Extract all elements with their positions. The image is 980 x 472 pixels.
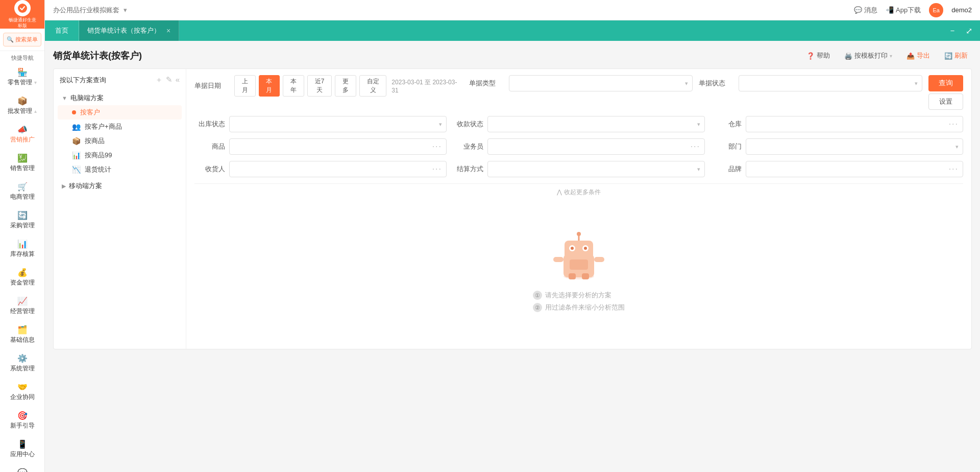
sidebar-item-finance[interactable]: 💰 资金管理 [0, 264, 44, 291]
date-btn-more[interactable]: 更多 [335, 75, 356, 97]
breadcrumb-dropdown[interactable]: ▾ [124, 6, 127, 14]
finance-label: 资金管理 [10, 279, 35, 286]
collapse-panel-button[interactable]: « [176, 75, 180, 85]
goods-field[interactable]: ··· [229, 138, 447, 155]
page-title: 销货单统计表(按客户) [53, 50, 142, 62]
bill-type-arrow: ▾ [685, 80, 688, 87]
retail-arrow: ▾ [34, 80, 37, 85]
sidebar-item-wholesale[interactable]: 📦 批发管理 ▴ [0, 92, 44, 120]
warehouse-dots: ··· [949, 120, 959, 129]
date-btn-custom[interactable]: 自定义 [359, 75, 386, 97]
sidebar-item-operation[interactable]: 📈 经营管理 [0, 292, 44, 320]
left-panel: 按以下方案查询 ＋ ✎ « ▼ [54, 69, 186, 349]
scheme-item-3[interactable]: 📊 按商品99 [58, 148, 182, 162]
print-arrow: ▾ [890, 53, 892, 59]
date-btn-this-year[interactable]: 本年 [283, 75, 304, 97]
brand-field[interactable]: ··· [746, 161, 963, 177]
tab-bar: 首页 销货单统计表（按客户） × － ⤢ [45, 20, 980, 41]
tab-home[interactable]: 首页 [45, 20, 79, 41]
collapse-bar[interactable]: ⋀ 收起更多条件 [194, 183, 963, 201]
tab-close-button[interactable]: × [166, 27, 170, 35]
svg-point-0 [18, 4, 27, 13]
collapse-label: 收起更多条件 [564, 188, 601, 196]
scheme-item-0[interactable]: 按客户 [58, 105, 182, 120]
refresh-button[interactable]: 🔄 刷新 [940, 49, 972, 62]
date-btn-last-month[interactable]: 上月 [234, 75, 256, 97]
print-button[interactable]: 🖨️ 按模板打印 ▾ [840, 49, 896, 62]
tab-minimize-button[interactable]: － [945, 23, 960, 38]
sidebar-item-basic[interactable]: 🗂️ 基础信息 [0, 321, 44, 348]
tab-maximize-button[interactable]: ⤢ [962, 23, 976, 38]
wholesale-label: 批发管理 [8, 107, 32, 114]
settle-label: 结算方式 [453, 164, 483, 174]
search-menu-button[interactable]: 🔍 搜索菜单 [3, 33, 41, 46]
sidebar-logo[interactable]: 畅捷通好生意 标版 [0, 0, 45, 29]
sidebar-item-inventory[interactable]: 📊 库存核算 [0, 235, 44, 263]
sidebar-item-marketing[interactable]: 📣 营销推广 [0, 121, 44, 148]
filter-row-3: 商品 ··· 业务员 ··· [194, 138, 963, 155]
page-content: 销货单统计表(按客户) ❓ 帮助 🖨️ 按模板打印 ▾ 📤 导出 [45, 41, 980, 472]
scheme-item-1[interactable]: 👥 按客户+商品 [58, 120, 182, 134]
date-btn-this-month[interactable]: 本月 [259, 75, 280, 97]
scheme-group-desktop-header[interactable]: ▼ 电脑端方案 [58, 91, 182, 105]
out-status-field[interactable]: ▾ [229, 116, 447, 132]
desktop-group-label: 电脑端方案 [70, 93, 104, 103]
user-name[interactable]: demo2 [951, 6, 972, 14]
hint-item-1: ① 请先选择要分析的方案 [533, 291, 625, 300]
sidebar-item-sales[interactable]: 💹 销售管理 [0, 149, 44, 177]
scheme-item-4[interactable]: 📉 退货统计 [58, 162, 182, 177]
brand-dots: ··· [949, 164, 959, 174]
avatar[interactable]: Ea [929, 3, 943, 17]
settle-field[interactable]: ▾ [487, 161, 705, 177]
sidebar-item-wechat[interactable]: 💬 企业微信 [0, 464, 44, 472]
filter-receiver: 收货人 ··· [194, 161, 447, 177]
warehouse-label: 仓库 [711, 120, 742, 129]
scheme-item-label-1: 按客户+商品 [85, 122, 122, 131]
receive-status-field[interactable]: ▾ [487, 116, 705, 132]
tab-active-label: 销货单统计表（按客户） [87, 26, 160, 35]
appcenter-label: 应用中心 [10, 451, 35, 458]
app-download-button[interactable]: 📲 App下载 [886, 6, 921, 15]
sidebar-item-retail[interactable]: 🏪 零售管理 ▾ [0, 63, 44, 91]
add-scheme-button[interactable]: ＋ [155, 75, 163, 85]
date-btn-7days[interactable]: 近7天 [307, 75, 332, 97]
bill-type-field[interactable]: ▾ [509, 75, 693, 91]
scheme-item-2[interactable]: 📦 按商品 [58, 134, 182, 148]
sidebar-item-enterprise[interactable]: 🤝 企业协同 [0, 378, 44, 406]
sidebar-item-ecommerce[interactable]: 🛒 电商管理 [0, 178, 44, 205]
message-label: 消息 [864, 6, 877, 15]
page-header: 销货单统计表(按客户) ❓ 帮助 🖨️ 按模板打印 ▾ 📤 导出 [53, 49, 972, 62]
dept-field[interactable]: ▾ [746, 138, 963, 155]
edit-scheme-button[interactable]: ✎ [166, 75, 173, 85]
sidebar-item-appcenter[interactable]: 📱 应用中心 [0, 435, 44, 463]
sidebar-item-newguide[interactable]: 🎯 新手引导 [0, 407, 44, 434]
export-button[interactable]: 📤 导出 [902, 49, 934, 62]
header-right: 💬 消息 📲 App下载 Ea demo2 [854, 3, 972, 17]
svg-rect-5 [565, 241, 593, 259]
filter-settle: 结算方式 ▾ [453, 161, 705, 177]
help-button[interactable]: ❓ 帮助 [802, 49, 834, 62]
filter-dept: 部门 ▾ [711, 138, 963, 155]
staff-field[interactable]: ··· [487, 138, 705, 155]
staff-dots: ··· [691, 142, 700, 151]
help-icon: ❓ [806, 52, 815, 60]
sidebar-item-purchase[interactable]: 🔄 采购管理 [0, 206, 44, 234]
marketing-icon: 📣 [2, 125, 42, 134]
scheme-group-desktop: ▼ 电脑端方案 按客户 👥 按客户+商品 [58, 91, 182, 177]
sidebar-item-system[interactable]: ⚙️ 系统管理 [0, 349, 44, 377]
message-button[interactable]: 💬 消息 [854, 6, 877, 15]
goods-dots: ··· [432, 142, 442, 151]
scheme-item-label-4: 退货统计 [85, 165, 111, 174]
receiver-field[interactable]: ··· [229, 161, 447, 177]
tab-active[interactable]: 销货单统计表（按客户） × [79, 20, 179, 41]
bill-status-field[interactable]: ▾ [739, 75, 922, 91]
mobile-group-arrow: ▶ [62, 183, 66, 190]
empty-icon [548, 231, 609, 282]
warehouse-field[interactable]: ··· [746, 116, 963, 132]
scheme-group-mobile-header[interactable]: ▶ 移动端方案 [58, 179, 182, 193]
left-panel-title: 按以下方案查询 [60, 76, 106, 85]
sales-icon: 💹 [2, 153, 42, 163]
filter-staff: 业务员 ··· [453, 138, 705, 155]
settings-button[interactable]: 设置 [928, 93, 963, 110]
query-button[interactable]: 查询 [928, 75, 963, 91]
